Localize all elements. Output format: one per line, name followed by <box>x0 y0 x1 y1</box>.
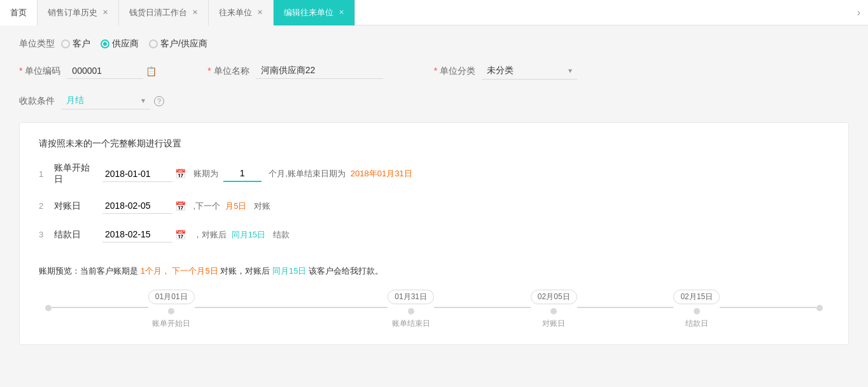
unit-info-row: 单位编码 📋 单位名称 单位分类 未分类 ▾ <box>19 62 849 80</box>
period-reconcile-date-input[interactable] <box>102 198 172 214</box>
period-end-date-highlight: 2018年01月31日 <box>351 168 412 179</box>
tab-bar: 首页 销售订单历史 ✕ 钱货日清工作台 ✕ 往来单位 ✕ 编辑往来单位 ✕ › <box>0 0 868 25</box>
radio-supplier-label: 供应商 <box>112 38 139 50</box>
tab-home-label: 首页 <box>10 7 27 18</box>
preview-p2: 下一个月5日 <box>172 266 218 276</box>
period-row-3-suffix: 结款 <box>270 229 290 241</box>
tab-counterparty-label: 往来单位 <box>219 7 252 18</box>
timeline-node-2-date: 01月31日 <box>388 290 434 304</box>
payment-help-icon[interactable]: ? <box>154 96 164 106</box>
period-row-2: 2 对账日 📅 ,下一个 月5日 对账 <box>39 198 829 214</box>
timeline-node-4-date: 02月15日 <box>673 290 720 304</box>
unit-code-label: 单位编码 <box>19 66 60 77</box>
period-row-2-label: 对账日 <box>54 201 92 212</box>
tab-home[interactable]: 首页 <box>0 0 38 25</box>
timeline-node-2-label: 账单结束日 <box>392 318 430 329</box>
tab-sales-history-label: 销售订单历史 <box>48 7 97 18</box>
radio-supplier-circle <box>101 39 109 48</box>
unit-code-group: 单位编码 📋 <box>19 63 157 79</box>
tab-cash-work-label: 钱货日清工作台 <box>129 7 187 18</box>
period-row-1-label: 账单开始日 <box>54 162 92 185</box>
unit-class-arrow-icon: ▾ <box>568 66 572 75</box>
radio-both-label: 客户/供应商 <box>160 38 207 50</box>
timeline-node-4: 02月15日 结款日 <box>673 290 720 329</box>
timeline-right-dot <box>816 305 823 311</box>
period-months-input[interactable] <box>223 165 262 182</box>
timeline-node-3-dot <box>550 308 557 314</box>
timeline-node-4-label: 结款日 <box>685 318 708 329</box>
unit-type-row: 单位类型 客户 供应商 客户/供应商 <box>19 38 849 50</box>
period-row-3-prefix: ，对账后 <box>191 229 227 241</box>
period-row-2-suffix: 对账 <box>251 201 270 212</box>
period-row-2-prefix: ,下一个 <box>191 201 220 212</box>
period-payment-date-input[interactable] <box>102 227 172 243</box>
preview-end: 该客户会给我打款。 <box>309 266 383 276</box>
tab-sales-history[interactable]: 销售订单历史 ✕ <box>38 0 119 25</box>
radio-customer[interactable]: 客户 <box>61 38 90 50</box>
timeline: 01月01日 账单开始日 01月31日 账单结束日 02月05日 对账日 <box>39 290 829 329</box>
payment-label: 收款条件 <box>19 95 55 107</box>
radio-both-circle <box>149 39 158 48</box>
period-start-date-input[interactable] <box>102 166 172 182</box>
period-row-1: 1 账单开始日 📅 账期为 个月,账单结束日期为 2018年01月31日 <box>39 162 829 185</box>
period-row-3: 3 结款日 📅 ，对账后 同月15日 结款 <box>39 227 829 243</box>
unit-name-input[interactable] <box>256 63 383 79</box>
timeline-node-3-label: 对账日 <box>542 318 565 329</box>
preview-text: 账期预览：当前客户账期是 1个月， 下一个月5日 对账，对账后 同月15日 该客… <box>39 265 829 277</box>
payment-value: 月结 <box>66 95 136 106</box>
timeline-node-2-dot <box>408 308 414 314</box>
period-payment-cal-icon[interactable]: 📅 <box>175 230 186 240</box>
period-row-1-suffix: 账期为 <box>191 168 218 179</box>
tab-edit-counterparty[interactable]: 编辑往来单位 ✕ <box>274 0 355 25</box>
period-reconcile-cal-icon[interactable]: 📅 <box>175 201 186 211</box>
period-start-cal-icon[interactable]: 📅 <box>175 169 186 179</box>
timeline-line-4 <box>577 307 674 308</box>
tab-sales-history-close[interactable]: ✕ <box>102 8 108 17</box>
period-row-3-num: 3 <box>39 230 54 239</box>
tab-counterparty[interactable]: 往来单位 ✕ <box>209 0 274 25</box>
tab-cash-work-close[interactable]: ✕ <box>192 8 198 17</box>
timeline-node-3: 02月05日 对账日 <box>531 290 577 329</box>
preview-p1: 1个月， <box>141 266 170 276</box>
timeline-line-5 <box>720 307 816 308</box>
timeline-left-dot <box>45 305 52 311</box>
tab-edit-counterparty-close[interactable]: ✕ <box>339 8 344 17</box>
preview-label: 账期预览：当前客户账期是 <box>39 266 138 276</box>
timeline-node-1: 01月01日 账单开始日 <box>148 290 195 329</box>
unit-class-value: 未分类 <box>487 65 563 76</box>
payment-dropdown[interactable]: 月结 ▾ <box>61 92 150 109</box>
tab-counterparty-close[interactable]: ✕ <box>257 8 263 17</box>
timeline-node-3-date: 02月05日 <box>531 290 577 304</box>
unit-name-group: 单位名称 <box>207 63 382 79</box>
unit-name-label: 单位名称 <box>207 66 249 77</box>
timeline-node-1-dot <box>168 308 174 314</box>
preview-p3: 同月15日 <box>272 266 306 276</box>
period-card-title: 请按照未来的一个完整帐期进行设置 <box>39 138 829 150</box>
unit-class-label: 单位分类 <box>434 66 475 77</box>
tab-expand-button[interactable]: › <box>850 7 868 18</box>
timeline-line-1 <box>52 307 148 308</box>
radio-customer-label: 客户 <box>73 38 90 50</box>
radio-both[interactable]: 客户/供应商 <box>149 38 207 50</box>
period-row-2-num: 2 <box>39 201 54 211</box>
period-card: 请按照未来的一个完整帐期进行设置 1 账单开始日 📅 账期为 个月,账单结束日期… <box>19 122 849 345</box>
timeline-node-1-date: 01月01日 <box>148 290 195 304</box>
period-row-2-highlight: 月5日 <box>225 201 246 212</box>
period-row-1-num: 1 <box>39 169 54 179</box>
radio-supplier[interactable]: 供应商 <box>101 38 139 50</box>
radio-group: 客户 供应商 客户/供应商 <box>61 38 207 50</box>
preview-mid: 对账，对账后 <box>220 266 270 276</box>
period-row-3-highlight: 同月15日 <box>232 229 265 241</box>
timeline-line-3 <box>434 307 531 308</box>
tab-edit-counterparty-label: 编辑往来单位 <box>284 7 333 18</box>
unit-class-group: 单位分类 未分类 ▾ <box>434 62 577 80</box>
unit-type-label: 单位类型 <box>19 38 55 50</box>
tab-cash-work[interactable]: 钱货日清工作台 ✕ <box>119 0 209 25</box>
timeline-line-2 <box>195 307 388 308</box>
unit-class-dropdown[interactable]: 未分类 ▾ <box>482 62 577 80</box>
period-months-suffix: 个月,账单结束日期为 <box>267 168 346 179</box>
main-content: 单位类型 客户 供应商 客户/供应商 单位编码 📋 <box>0 25 868 387</box>
unit-code-input[interactable] <box>67 63 143 79</box>
unit-code-copy-icon[interactable]: 📋 <box>146 66 157 76</box>
payment-arrow-icon: ▾ <box>141 96 145 105</box>
